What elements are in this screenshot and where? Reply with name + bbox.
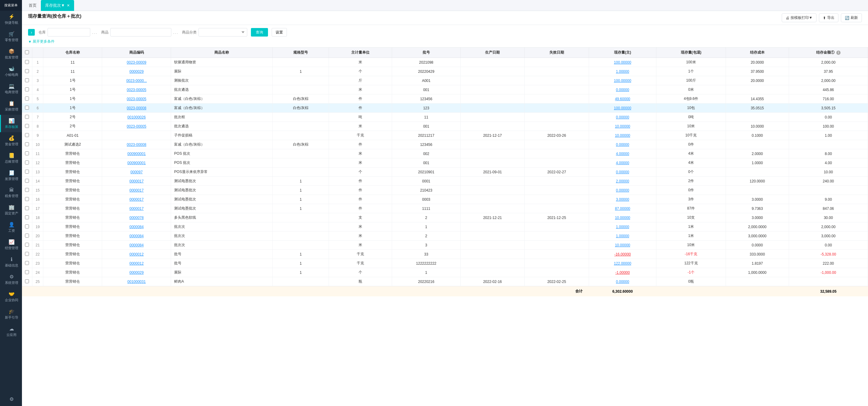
sidebar-item-basic[interactable]: ℹ 基础信息 <box>0 253 22 271</box>
table-cell[interactable]: 0.00000 <box>589 140 656 149</box>
warehouse-input[interactable] <box>48 28 90 37</box>
amount-info-icon[interactable]: i <box>836 50 841 55</box>
expand-button[interactable]: ▼ 展开更多条件 <box>28 39 55 44</box>
sidebar-item-hr[interactable]: 👤 工资 <box>0 219 22 236</box>
table-cell[interactable]: 0023-00009 <box>102 58 171 67</box>
sidebar-item-corp[interactable]: 🤝 企业协同 <box>0 288 22 305</box>
table-cell[interactable] <box>22 76 32 85</box>
sidebar-item-assets[interactable]: 💰 资金管理 <box>0 132 22 149</box>
table-cell[interactable] <box>22 104 32 113</box>
export-button[interactable]: ⬆ 导出 <box>819 13 838 22</box>
sidebar-item-mgmt[interactable]: 📈 经营管理 <box>0 236 22 253</box>
table-cell[interactable] <box>22 94 32 104</box>
table-cell[interactable] <box>22 250 32 259</box>
filter-nav-arrow[interactable]: › <box>28 29 35 36</box>
row-checkbox[interactable] <box>25 88 29 91</box>
table-cell[interactable] <box>22 168 32 177</box>
row-checkbox[interactable] <box>25 243 29 247</box>
table-cell[interactable]: 0.00000 <box>589 168 656 177</box>
row-checkbox[interactable] <box>25 261 29 265</box>
select-all-checkbox[interactable] <box>25 50 29 54</box>
table-cell[interactable] <box>22 122 32 131</box>
row-checkbox[interactable] <box>25 197 29 201</box>
table-cell[interactable]: 0023-00005 <box>102 94 171 104</box>
sidebar-item-newbie[interactable]: 🎓 新手引导 <box>0 305 22 323</box>
table-cell[interactable]: 0.00000 <box>589 113 656 122</box>
table-cell[interactable]: -1.00000 <box>589 268 656 277</box>
table-cell[interactable] <box>22 149 32 158</box>
table-cell[interactable] <box>22 277 32 286</box>
table-cell[interactable]: 0000029 <box>102 67 171 76</box>
tab-close-icon[interactable]: ✕ <box>67 3 70 8</box>
table-cell[interactable]: 0000017 <box>102 195 171 204</box>
table-cell[interactable] <box>22 113 32 122</box>
sidebar-item-invoice[interactable]: 🧾 发票管理 <box>0 167 22 184</box>
table-cell[interactable] <box>22 131 32 140</box>
table-cell[interactable]: 122.00000 <box>589 259 656 268</box>
row-checkbox[interactable] <box>25 106 29 110</box>
sidebar-item-inventory[interactable]: 📊 库存核算 <box>0 115 22 132</box>
table-cell[interactable]: 10.00000 <box>589 241 656 250</box>
table-cell[interactable]: 1.00000 <box>589 232 656 241</box>
table-cell[interactable] <box>22 232 32 241</box>
table-cell[interactable]: 0000012 <box>102 250 171 259</box>
table-cell[interactable] <box>22 268 32 277</box>
table-cell[interactable]: 0000017 <box>102 186 171 195</box>
table-cell[interactable]: 0023-0000... <box>102 76 171 85</box>
sidebar-settings[interactable]: ⚙ <box>0 393 22 406</box>
row-checkbox[interactable] <box>25 151 29 155</box>
table-cell[interactable]: 000097 <box>102 168 171 177</box>
table-cell[interactable]: 10.00000 <box>589 213 656 222</box>
table-cell[interactable]: 0000029 <box>102 268 171 277</box>
row-checkbox[interactable] <box>25 142 29 146</box>
table-cell[interactable]: 1.00000 <box>589 67 656 76</box>
row-checkbox[interactable] <box>25 133 29 137</box>
row-checkbox[interactable] <box>25 78 29 82</box>
row-checkbox[interactable] <box>25 234 29 238</box>
sidebar-item-ecom[interactable]: 💻 电商管理 <box>0 80 22 98</box>
table-cell[interactable]: 000900001 <box>102 158 171 168</box>
table-cell[interactable] <box>22 177 32 186</box>
table-cell[interactable]: 49.60000 <box>589 94 656 104</box>
row-checkbox[interactable] <box>25 252 29 256</box>
table-cell[interactable]: 100.00000 <box>589 58 656 67</box>
table-cell[interactable] <box>22 85 32 94</box>
table-cell[interactable]: 0000084 <box>102 232 171 241</box>
table-cell[interactable]: 3.00000 <box>589 195 656 204</box>
settings-button[interactable]: 设置 <box>272 28 287 37</box>
table-cell[interactable]: 0000017 <box>102 177 171 186</box>
table-cell[interactable]: 0023-00008 <box>102 140 171 149</box>
sidebar-item-purchase[interactable]: 📋 采购管理 <box>0 98 22 115</box>
sidebar-item-wholesale[interactable]: 📦 批发管理 <box>0 45 22 63</box>
table-cell[interactable]: 000900001 <box>102 149 171 158</box>
row-checkbox[interactable] <box>25 161 29 165</box>
table-cell[interactable] <box>22 213 32 222</box>
table-cell[interactable]: 10.00000 <box>589 131 656 140</box>
print-button[interactable]: 🖨 按模板打印▼ <box>782 13 816 22</box>
table-cell[interactable]: 001000026 <box>102 113 171 122</box>
table-cell[interactable]: 0000012 <box>102 259 171 268</box>
search-button[interactable]: 查询 <box>251 28 268 37</box>
table-cell[interactable]: 2.00000 <box>589 177 656 186</box>
table-cell[interactable] <box>22 204 32 213</box>
table-cell[interactable] <box>22 67 32 76</box>
table-cell[interactable] <box>22 241 32 250</box>
table-cell[interactable]: 100.00000 <box>589 104 656 113</box>
table-cell[interactable]: 001000031 <box>102 277 171 286</box>
refresh-button[interactable]: 🔄 刷新 <box>841 13 862 22</box>
table-cell[interactable] <box>22 259 32 268</box>
table-cell[interactable] <box>22 195 32 204</box>
row-checkbox[interactable] <box>25 60 29 64</box>
table-cell[interactable]: 0023-00005 <box>102 122 171 131</box>
table-cell[interactable] <box>22 140 32 149</box>
table-cell[interactable]: 100.00000 <box>589 76 656 85</box>
table-cell[interactable]: 0.00000 <box>589 186 656 195</box>
table-cell[interactable]: 4.00000 <box>589 149 656 158</box>
row-checkbox[interactable] <box>25 97 29 101</box>
table-cell[interactable]: 0000078 <box>102 213 171 222</box>
tab-home[interactable]: 首页 <box>24 0 41 11</box>
table-cell[interactable]: 0000017 <box>102 204 171 213</box>
table-cell[interactable] <box>22 58 32 67</box>
sidebar-item-quick-nav[interactable]: ⚡ 快捷导航 <box>0 11 22 28</box>
table-cell[interactable]: 87.00000 <box>589 204 656 213</box>
